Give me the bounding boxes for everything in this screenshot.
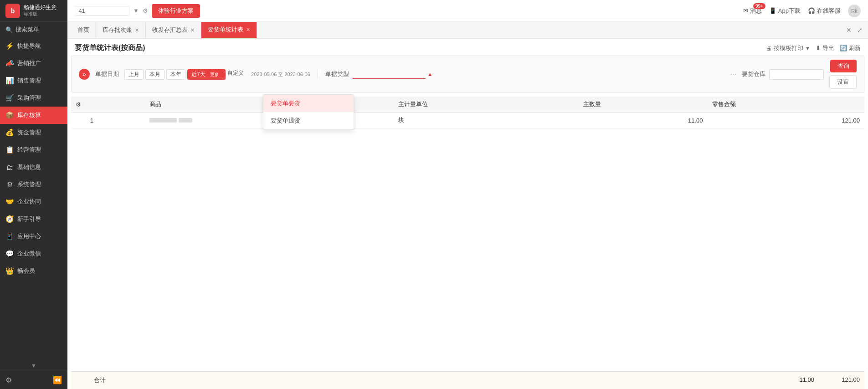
messages-action[interactable]: ✉ 消息 99+ [743, 7, 762, 15]
export-btn[interactable]: ⬇ 导出 [816, 44, 834, 52]
data-table: ⚙ 商品 主计量单位 主数量 零售金额 1 [71, 97, 864, 128]
sidebar-item-label: 基础信息 [17, 163, 41, 171]
sidebar-item-label: 营销推广 [17, 59, 41, 67]
headset-icon: 🎧 [808, 7, 815, 14]
footer-collapse-icon[interactable]: ⏪ [53, 376, 62, 384]
col-settings-header[interactable]: ⚙ [71, 97, 86, 113]
sidebar-item-label: 新手引导 [17, 215, 41, 223]
sidebar-nav: ⚡ 快捷导航 📣 营销推广 📊 销售管理 🛒 采购管理 📦 库存核算 💰 资金管… [0, 37, 67, 361]
app-download-action[interactable]: 📱 App下载 [769, 7, 801, 15]
date-btn-prev-month[interactable]: 上月 [124, 69, 144, 80]
sidebar-item-label: 企业微信 [17, 250, 41, 258]
search-icon: 🔍 [5, 26, 13, 33]
col-unit-header: 主计量单位 [394, 97, 579, 113]
search-menu[interactable]: 🔍 搜索菜单 [0, 22, 67, 37]
sidebar-item-member[interactable]: 👑 畅会员 [0, 262, 67, 280]
sidebar-item-label: 畅会员 [17, 267, 35, 275]
tab-close-icon[interactable]: ✕ [190, 27, 195, 33]
sidebar-item-system[interactable]: ⚙ 系统管理 [0, 176, 67, 193]
bill-type-input[interactable] [353, 70, 426, 79]
week-btn-label: 近7天 [191, 71, 205, 77]
query-btn[interactable]: 查询 [830, 60, 857, 72]
phone-icon: 📱 [769, 7, 776, 14]
refresh-label: 刷新 [849, 44, 861, 52]
sidebar-item-wechat[interactable]: 💬 企业微信 [0, 245, 67, 262]
title-actions: 🖨 按模板打印 ▼ ⬇ 导出 🔄 刷新 [766, 44, 861, 52]
date-btn-week[interactable]: 近7天 更多 [187, 69, 226, 80]
sidebar-item-appstore[interactable]: 📱 应用中心 [0, 228, 67, 245]
row-amount-cell: 121.00 [708, 113, 864, 128]
sidebar-item-purchase[interactable]: 🛒 采购管理 [0, 89, 67, 107]
sidebar-item-label: 库存核算 [17, 111, 41, 119]
basic-icon: 🗂 [5, 163, 14, 171]
row-unit-cell: 块 [394, 113, 579, 128]
sidebar-item-enterprise[interactable]: 🤝 企业协同 [0, 193, 67, 210]
tab-order-summary[interactable]: 要货单统计表 ✕ [201, 22, 257, 38]
tab-label: 库存批次账 [103, 26, 132, 34]
logo-area: b 畅捷通好生意 标准版 [0, 0, 67, 22]
row-quantity-cell: 11.00 [579, 113, 707, 128]
row-no-cell: 1 [86, 113, 145, 128]
bill-type-section: 单据类型 ▲ [325, 70, 433, 79]
logo-text-block: 畅捷通好生意 标准版 [24, 4, 56, 18]
tab-restore-icon[interactable]: ⤢ [855, 25, 864, 36]
warehouse-input[interactable] [769, 69, 824, 80]
product-bar-2 [179, 118, 192, 123]
tab-home[interactable]: 首页 [71, 22, 96, 38]
tab-inventory-batch[interactable]: 库存批次账 ✕ [96, 22, 146, 38]
bill-type-label: 单据类型 [325, 70, 349, 78]
sidebar: b 畅捷通好生意 标准版 🔍 搜索菜单 ⚡ 快捷导航 📣 营销推广 📊 销售管理… [0, 0, 67, 389]
app-download-label: App下载 [778, 7, 801, 15]
filter-expand-btn[interactable]: » [79, 69, 90, 80]
row-settings-cell [71, 113, 86, 128]
refresh-icon: 🔄 [840, 45, 847, 51]
tab-close-icon[interactable]: ✕ [246, 27, 250, 33]
bill-type-dropdown: 要货单要货 要货单退货 [263, 94, 354, 130]
filter-bar: » 单据日期 上月 本月 本年 近7天 更多 自定义 2023-05-06 至 … [71, 56, 864, 93]
print-btn[interactable]: 🖨 按模板打印 ▼ [766, 44, 810, 52]
sidebar-item-inventory[interactable]: 📦 库存核算 [0, 107, 67, 124]
scroll-indicator[interactable]: ▼ [0, 361, 67, 371]
avatar[interactable]: Rit [848, 5, 861, 17]
online-service-action[interactable]: 🎧 在线客服 [808, 7, 841, 15]
scroll-down-icon: ▼ [31, 363, 36, 369]
breadcrumb-dropdown-icon[interactable]: ▼ [133, 7, 139, 14]
bill-type-dropdown-icon[interactable]: ▲ [427, 71, 433, 77]
date-more-badge: 更多 [208, 72, 221, 77]
breadcrumb-input[interactable] [75, 6, 129, 16]
trial-btn[interactable]: 体验行业方案 [152, 4, 200, 18]
tab-receive-summary[interactable]: 收发存汇总表 ✕ [146, 22, 201, 38]
table-footer: 合计 11.00 121.00 [71, 371, 864, 389]
filter-more-btn[interactable]: ··· [730, 70, 736, 78]
date-buttons: 上月 本月 本年 近7天 更多 自定义 [124, 69, 244, 80]
sidebar-item-label: 销售管理 [17, 77, 41, 85]
sidebar-item-marketing[interactable]: 📣 营销推广 [0, 55, 67, 72]
sidebar-item-quick-nav[interactable]: ⚡ 快捷导航 [0, 37, 67, 55]
logo-sub: 标准版 [24, 11, 56, 17]
dropdown-item-order-return[interactable]: 要货单退货 [263, 112, 354, 129]
tab-maximize-icon[interactable]: ✕ [844, 25, 853, 36]
dropdown-item-order-goods[interactable]: 要货单要货 [263, 95, 354, 112]
footer-label: 合计 [76, 376, 176, 384]
settings-btn[interactable]: 设置 [829, 75, 857, 89]
date-btn-curr-month[interactable]: 本月 [145, 69, 164, 80]
sidebar-item-label: 经营管理 [17, 146, 41, 154]
messages-badge: 99+ [753, 3, 765, 9]
tab-close-icon[interactable]: ✕ [135, 27, 139, 33]
sidebar-item-operation[interactable]: 📋 经营管理 [0, 141, 67, 159]
date-btn-year[interactable]: 本年 [166, 69, 185, 80]
sidebar-item-guide[interactable]: 🧭 新手引导 [0, 210, 67, 228]
footer-settings-icon[interactable]: ⚙ [5, 376, 12, 384]
date-custom-btn[interactable]: 自定义 [227, 69, 244, 80]
print-dropdown-icon[interactable]: ▼ [805, 46, 810, 51]
col-quantity-header: 主数量 [579, 97, 707, 113]
sidebar-item-sales[interactable]: 📊 销售管理 [0, 72, 67, 89]
sidebar-item-label: 系统管理 [17, 180, 41, 189]
refresh-btn[interactable]: 🔄 刷新 [840, 44, 861, 52]
header-right: ✉ 消息 99+ 📱 App下载 🎧 在线客服 Rit [743, 5, 861, 17]
sidebar-item-basic[interactable]: 🗂 基础信息 [0, 159, 67, 176]
sidebar-item-finance[interactable]: 💰 资金管理 [0, 124, 67, 141]
main-area: ▼ ⚙ 体验行业方案 ✉ 消息 99+ 📱 App下载 🎧 在线客服 Rit [67, 0, 868, 389]
settings-gear-icon[interactable]: ⚙ [143, 7, 148, 14]
member-icon: 👑 [5, 267, 14, 275]
